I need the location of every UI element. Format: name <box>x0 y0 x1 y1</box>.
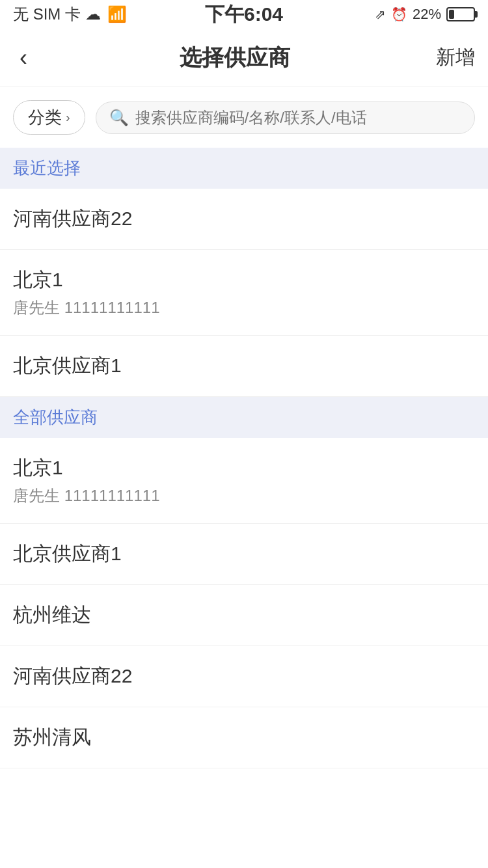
list-item[interactable]: 杭州维达 <box>0 585 488 646</box>
status-bar: 无 SIM 卡 ☁ 📶 下午6:04 ⇗ ⏰ 22% <box>0 0 488 29</box>
supplier-name: 北京供应商1 <box>13 353 475 379</box>
battery-icon <box>446 7 475 21</box>
list-item[interactable]: 北京供应商1 <box>0 336 488 397</box>
status-time: 下午6:04 <box>205 1 283 28</box>
recent-section-header: 最近选择 <box>0 148 488 189</box>
location-icon: ⇗ <box>375 7 386 22</box>
list-item[interactable]: 苏州清风 <box>0 707 488 768</box>
supplier-name: 河南供应商22 <box>13 206 475 232</box>
category-filter-button[interactable]: 分类 › <box>13 100 85 135</box>
all-list: 北京1 唐先生 11111111111北京供应商1 杭州维达 河南供应商22 苏… <box>0 438 488 768</box>
recent-section-label: 最近选择 <box>13 158 81 178</box>
supplier-name: 苏州清风 <box>13 724 475 751</box>
list-item[interactable]: 北京1 唐先生 11111111111 <box>0 250 488 336</box>
wifi-icon: 📶 <box>107 5 127 23</box>
supplier-name: 杭州维达 <box>13 602 475 629</box>
alarm-icon: ⏰ <box>391 7 407 22</box>
list-item[interactable]: 北京1 唐先生 11111111111 <box>0 438 488 524</box>
nav-bar: ‹ 选择供应商 新增 <box>0 29 488 87</box>
supplier-contact: 唐先生 11111111111 <box>13 297 475 318</box>
list-item[interactable]: 河南供应商22 <box>0 189 488 250</box>
supplier-name: 北京1 <box>13 455 475 481</box>
list-item[interactable]: 河南供应商22 <box>0 646 488 707</box>
filter-bar: 分类 › 🔍 <box>0 87 488 148</box>
category-label: 分类 <box>28 106 62 129</box>
search-input[interactable] <box>135 109 461 127</box>
chevron-right-icon: › <box>66 110 70 125</box>
search-icon: 🔍 <box>109 109 129 127</box>
list-item[interactable]: 北京供应商1 <box>0 524 488 585</box>
sim-label: 无 SIM 卡 ☁ <box>13 4 101 25</box>
supplier-name: 河南供应商22 <box>13 663 475 690</box>
supplier-contact: 唐先生 11111111111 <box>13 485 475 506</box>
search-bar[interactable]: 🔍 <box>96 102 475 134</box>
add-button[interactable]: 新增 <box>436 44 475 71</box>
battery-percent: 22% <box>413 6 441 23</box>
all-section-label: 全部供应商 <box>13 407 98 427</box>
status-left: 无 SIM 卡 ☁ 📶 <box>13 4 127 25</box>
supplier-name: 北京供应商1 <box>13 541 475 567</box>
page-title: 选择供应商 <box>180 43 290 73</box>
status-right: ⇗ ⏰ 22% <box>375 6 475 23</box>
recent-list: 河南供应商22 北京1 唐先生 11111111111北京供应商1 <box>0 189 488 397</box>
all-section-header: 全部供应商 <box>0 397 488 438</box>
supplier-name: 北京1 <box>13 267 475 293</box>
back-button[interactable]: ‹ <box>13 38 34 78</box>
